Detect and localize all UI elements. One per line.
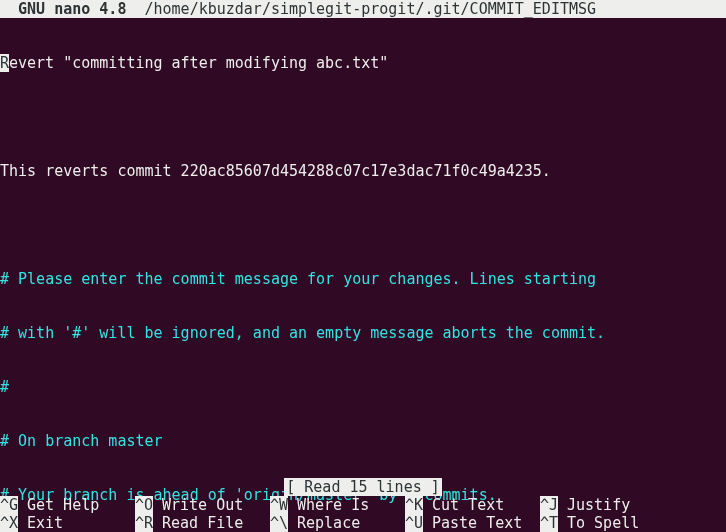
comment-line: #	[0, 378, 726, 396]
shortcut-get-help[interactable]: ^GGet Help	[0, 496, 135, 514]
comment-line: # with '#' will be ignored, and an empty…	[0, 324, 726, 342]
cursor: R	[0, 54, 9, 72]
status-bar: [ Read 15 lines ]	[0, 478, 726, 496]
key-label: ^J	[540, 496, 558, 514]
editor-content[interactable]: Revert "committing after modifying abc.t…	[0, 18, 726, 532]
app-name: GNU nano 4.8	[0, 0, 126, 18]
shortcut-paste-text[interactable]: ^UPaste Text	[405, 514, 540, 532]
key-label: ^O	[135, 496, 153, 514]
key-label: ^R	[135, 514, 153, 532]
shortcut-replace[interactable]: ^\Replace	[270, 514, 405, 532]
action-label: Get Help	[18, 496, 99, 514]
status-text: [ Read 15 lines ]	[284, 478, 442, 496]
text-line	[0, 216, 726, 234]
action-label: Read File	[153, 514, 243, 532]
text-line: This reverts commit 220ac85607d454288c07…	[0, 162, 726, 180]
nano-editor: GNU nano 4.8 /home/kbuzdar/simplegit-pro…	[0, 0, 726, 532]
text-line: evert "committing after modifying abc.tx…	[9, 54, 388, 72]
shortcut-to-spell[interactable]: ^TTo Spell	[540, 514, 675, 532]
comment-line: # On branch master	[0, 432, 726, 450]
shortcut-where-is[interactable]: ^WWhere Is	[270, 496, 405, 514]
title-bar: GNU nano 4.8 /home/kbuzdar/simplegit-pro…	[0, 0, 726, 18]
action-label: Justify	[558, 496, 630, 514]
key-label: ^W	[270, 496, 288, 514]
action-label: Replace	[288, 514, 360, 532]
file-path: /home/kbuzdar/simplegit-progit/.git/COMM…	[126, 0, 596, 18]
action-label: To Spell	[558, 514, 639, 532]
shortcut-bar: ^GGet Help ^OWrite Out ^WWhere Is ^KCut …	[0, 496, 726, 532]
key-label: ^U	[405, 514, 423, 532]
key-label: ^\	[270, 514, 288, 532]
shortcut-row-2: ^XExit ^RRead File ^\Replace ^UPaste Tex…	[0, 514, 726, 532]
key-label: ^T	[540, 514, 558, 532]
shortcut-exit[interactable]: ^XExit	[0, 514, 135, 532]
key-label: ^X	[0, 514, 18, 532]
shortcut-write-out[interactable]: ^OWrite Out	[135, 496, 270, 514]
key-label: ^G	[0, 496, 18, 514]
shortcut-row-1: ^GGet Help ^OWrite Out ^WWhere Is ^KCut …	[0, 496, 726, 514]
text-line	[0, 108, 726, 126]
action-label: Cut Text	[423, 496, 504, 514]
action-label: Exit	[18, 514, 63, 532]
action-label: Where Is	[288, 496, 369, 514]
action-label: Paste Text	[423, 514, 522, 532]
comment-line: # Please enter the commit message for yo…	[0, 270, 726, 288]
key-label: ^K	[405, 496, 423, 514]
shortcut-justify[interactable]: ^JJustify	[540, 496, 675, 514]
shortcut-read-file[interactable]: ^RRead File	[135, 514, 270, 532]
shortcut-cut-text[interactable]: ^KCut Text	[405, 496, 540, 514]
action-label: Write Out	[153, 496, 243, 514]
